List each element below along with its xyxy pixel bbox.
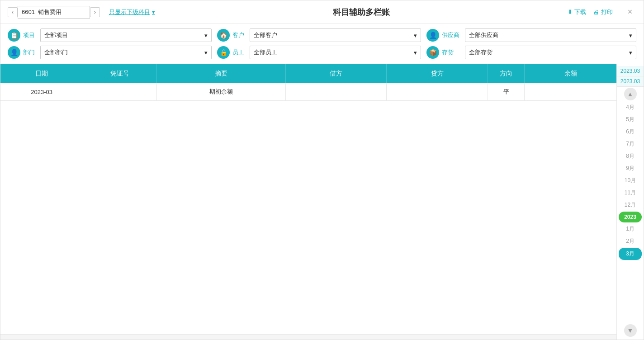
inventory-select[interactable]: 全部存货 ▾ bbox=[465, 46, 636, 59]
timeline-item[interactable]: 8月 bbox=[617, 150, 644, 162]
chevron-down-icon: ▾ bbox=[414, 32, 417, 39]
cell-direction: 平 bbox=[488, 83, 524, 101]
timeline-sidebar: 2023.03 2023.03 ▲ 4月5月6月7月8月9月10月11月12月2… bbox=[616, 64, 644, 340]
supplier-icon: 👤 bbox=[426, 29, 439, 42]
toolbar-right: ⬇ 下载 🖨 打印 × bbox=[568, 6, 636, 19]
chevron-down-icon: ▾ bbox=[204, 49, 208, 56]
timeline-item[interactable]: 7月 bbox=[617, 138, 644, 150]
ledger-table: 日期 凭证号 摘要 借方 贷方 方向 余额 2023-03 期初余额 bbox=[0, 64, 616, 101]
timeline-item[interactable]: 9月 bbox=[617, 162, 644, 175]
account-code-input[interactable] bbox=[18, 6, 90, 19]
download-button[interactable]: ⬇ 下载 bbox=[568, 8, 586, 16]
col-credit: 贷方 bbox=[387, 64, 488, 83]
download-icon: ⬇ bbox=[568, 9, 573, 15]
project-select[interactable]: 全部项目 ▾ bbox=[40, 28, 212, 42]
customer-select[interactable]: 全部客户 ▾ bbox=[250, 28, 421, 42]
timeline-down-arrow[interactable]: ▼ bbox=[624, 324, 637, 337]
timeline-item[interactable]: 2月 bbox=[617, 235, 644, 247]
chevron-down-icon: ▾ bbox=[629, 32, 632, 39]
page-title: 科目辅助多栏账 bbox=[155, 7, 568, 18]
main-window: ‹ › 只显示下级科目 ▾ 科目辅助多栏账 ⬇ 下载 🖨 打印 × 📋 项目 bbox=[0, 0, 644, 340]
filter-label-customer: 🏠 客户 bbox=[217, 29, 244, 42]
cell-voucher bbox=[83, 83, 157, 101]
supplier-select[interactable]: 全部供应商 ▾ bbox=[465, 28, 636, 42]
nav-next-btn[interactable]: › bbox=[90, 7, 100, 17]
col-balance: 余额 bbox=[525, 64, 616, 83]
filter-label-project: 📋 项目 bbox=[8, 29, 35, 42]
employee-icon: 🔒 bbox=[217, 46, 230, 59]
customer-icon: 🏠 bbox=[217, 29, 230, 42]
timeline-item[interactable]: 11月 bbox=[617, 187, 644, 199]
timeline-item[interactable]: 3月 bbox=[619, 248, 642, 260]
table-row: 2023-03 期初余额 平 bbox=[0, 83, 616, 101]
col-summary: 摘要 bbox=[157, 64, 286, 83]
timeline-item[interactable]: 4月 bbox=[617, 101, 644, 113]
cell-date: 2023-03 bbox=[0, 83, 83, 101]
filter-label-employee: 🔒 员工 bbox=[217, 46, 244, 59]
col-voucher: 凭证号 bbox=[83, 64, 157, 83]
timeline-header-1[interactable]: 2023.03 bbox=[617, 66, 644, 76]
cell-balance bbox=[525, 83, 616, 101]
show-sub-label[interactable]: 只显示下级科目 ▾ bbox=[109, 8, 155, 16]
inventory-icon: 📦 bbox=[426, 46, 439, 59]
timeline-item[interactable]: 1月 bbox=[617, 223, 644, 235]
timeline-item[interactable]: 2023 bbox=[619, 212, 642, 222]
table-header-row: 日期 凭证号 摘要 借方 贷方 方向 余额 bbox=[0, 64, 616, 83]
chevron-down-icon: ▾ bbox=[204, 32, 208, 39]
filter-label-department: 👤 部门 bbox=[8, 46, 35, 59]
chevron-down-icon: ▾ bbox=[629, 49, 632, 56]
chevron-down-icon: ▾ bbox=[152, 9, 155, 15]
col-direction: 方向 bbox=[488, 64, 524, 83]
department-select[interactable]: 全部部门 ▾ bbox=[40, 46, 212, 59]
col-date: 日期 bbox=[0, 64, 83, 83]
department-icon: 👤 bbox=[8, 46, 20, 59]
horizontal-scrollbar[interactable] bbox=[0, 334, 616, 340]
cell-credit bbox=[387, 83, 488, 101]
col-debit: 借方 bbox=[285, 64, 387, 83]
print-button[interactable]: 🖨 打印 bbox=[593, 8, 613, 16]
title-bar: ‹ › 只显示下级科目 ▾ 科目辅助多栏账 ⬇ 下载 🖨 打印 × bbox=[0, 0, 644, 24]
timeline-item[interactable]: 12月 bbox=[617, 199, 644, 211]
close-button[interactable]: × bbox=[624, 6, 636, 19]
timeline-item[interactable]: 5月 bbox=[617, 113, 644, 126]
filter-label-inventory: 📦 存货 bbox=[426, 46, 459, 59]
main-content: 日期 凭证号 摘要 借方 贷方 方向 余额 2023-03 期初余额 bbox=[0, 64, 616, 340]
filter-label-supplier: 👤 供应商 bbox=[426, 29, 459, 42]
print-icon: 🖨 bbox=[593, 9, 599, 15]
timeline-header-2[interactable]: 2023.03 bbox=[617, 76, 644, 87]
cell-debit bbox=[285, 83, 387, 101]
timeline-item[interactable]: 10月 bbox=[617, 175, 644, 187]
filter-bar: 📋 项目 全部项目 ▾ 🏠 客户 全部客户 ▾ 👤 供应商 全部供应商 ▾ 👤 … bbox=[0, 24, 644, 64]
table-container: 日期 凭证号 摘要 借方 贷方 方向 余额 2023-03 期初余额 bbox=[0, 64, 644, 340]
project-icon: 📋 bbox=[8, 29, 20, 42]
employee-select[interactable]: 全部员工 ▾ bbox=[250, 46, 421, 59]
timeline-item[interactable]: 6月 bbox=[617, 126, 644, 138]
timeline-up-arrow[interactable]: ▲ bbox=[624, 88, 637, 100]
chevron-down-icon: ▾ bbox=[414, 49, 417, 56]
nav-prev-btn[interactable]: ‹ bbox=[8, 7, 18, 17]
cell-summary: 期初余额 bbox=[157, 83, 286, 101]
